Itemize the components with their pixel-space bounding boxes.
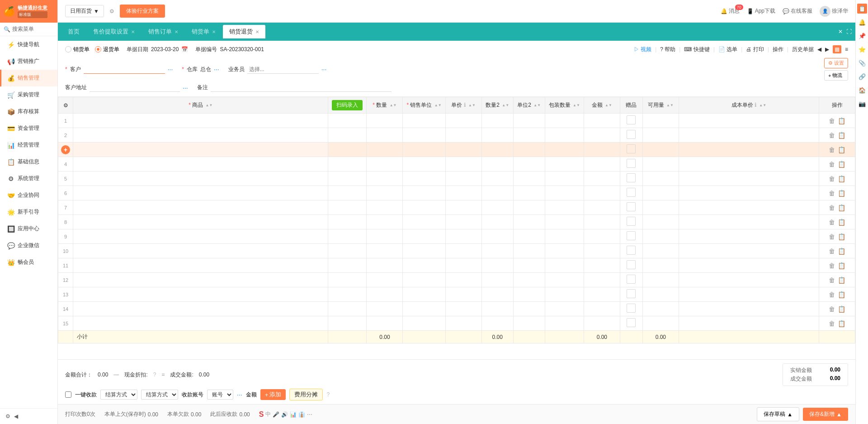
- delete-row-btn[interactable]: 🗑: [829, 204, 835, 211]
- copy-row-btn[interactable]: 📋: [838, 305, 845, 313]
- account-select[interactable]: 账号: [207, 390, 233, 400]
- account-dots-btn[interactable]: ···: [237, 391, 242, 398]
- sidebar-item-finance[interactable]: 💳 资金管理: [0, 120, 57, 137]
- toolbar-mic-icon[interactable]: 🎤: [273, 411, 279, 418]
- notification-button[interactable]: 🔔 消息 70: [721, 7, 740, 15]
- tab-sales-close[interactable]: ✕: [212, 29, 216, 34]
- online-service-button[interactable]: 💬 在线客服: [783, 7, 812, 15]
- search-menu[interactable]: 🔍 搜索菜单: [0, 23, 57, 36]
- sort-qty[interactable]: ▲▼: [390, 104, 397, 107]
- toolbar-more-icon[interactable]: ⋯: [307, 411, 312, 418]
- avail-cell[interactable]: [642, 114, 679, 128]
- tab-return[interactable]: 销货退货 ✕: [223, 25, 265, 38]
- sort-amount[interactable]: ▲▼: [605, 104, 612, 107]
- copy-row-btn[interactable]: 📋: [838, 117, 845, 124]
- salesperson-input[interactable]: [247, 65, 319, 74]
- logistics-side-btn[interactable]: + 物流: [824, 70, 848, 81]
- copy-row-btn[interactable]: 📋: [838, 233, 845, 240]
- next-btn[interactable]: ▶: [825, 46, 829, 52]
- tab-sales-order[interactable]: 销售订单 ✕: [142, 25, 184, 38]
- amount-cell[interactable]: [584, 114, 620, 128]
- sort-available[interactable]: ▲▼: [666, 104, 674, 107]
- sort-price[interactable]: ▲▼: [468, 104, 476, 107]
- customer-input[interactable]: [84, 65, 165, 74]
- fee-split-button[interactable]: 费用分摊: [289, 389, 323, 400]
- sidebar-item-purchase[interactable]: 🛒 采购管理: [0, 86, 57, 103]
- right-tool-camera[interactable]: 📷: [857, 99, 867, 109]
- cost-cell[interactable]: [679, 114, 819, 128]
- delete-row-btn[interactable]: 🗑: [829, 190, 835, 197]
- price-cell[interactable]: [445, 114, 481, 128]
- delete-row-btn[interactable]: 🗑: [829, 132, 835, 139]
- delete-row-btn[interactable]: 🗑: [829, 291, 835, 298]
- delete-row-btn[interactable]: 🗑: [829, 161, 835, 168]
- sidebar-item-apps[interactable]: 🔲 应用中心: [0, 220, 57, 237]
- gift-checkbox[interactable]: [627, 188, 636, 197]
- product-input[interactable]: [76, 146, 325, 153]
- gift-checkbox[interactable]: [627, 217, 636, 226]
- prev-btn[interactable]: ◀: [817, 46, 821, 52]
- delete-row-btn[interactable]: 🗑: [829, 248, 835, 255]
- sidebar-item-inventory[interactable]: 📦 库存核算: [0, 103, 57, 120]
- calendar-icon[interactable]: 📅: [181, 46, 188, 52]
- add-button[interactable]: + 添加: [260, 389, 286, 400]
- tab-price-setting[interactable]: 售价提取设置 ✕: [87, 25, 141, 38]
- copy-row-btn[interactable]: 📋: [838, 219, 845, 226]
- toolbar-shirt-icon[interactable]: 👔: [298, 411, 305, 418]
- copy-row-btn[interactable]: 📋: [838, 204, 845, 211]
- radio-return[interactable]: 退货单: [95, 46, 119, 53]
- tab-sales-order-close[interactable]: ✕: [175, 29, 178, 34]
- col-barcode-scan[interactable]: 扫码录入: [328, 97, 367, 114]
- fee-help-icon[interactable]: ?: [326, 391, 330, 398]
- app-download-button[interactable]: 📱 App下载: [747, 7, 775, 15]
- gift-checkbox[interactable]: [627, 289, 636, 298]
- copy-row-btn[interactable]: 📋: [838, 190, 845, 197]
- grid-view-btn[interactable]: ▦: [833, 45, 841, 53]
- sidebar-item-basic[interactable]: 📋 基础信息: [0, 153, 57, 170]
- salesperson-dots-btn[interactable]: ···: [321, 66, 327, 73]
- one-key-receipt-checkbox[interactable]: [65, 391, 71, 398]
- copy-row-btn[interactable]: 📋: [838, 248, 845, 255]
- gift-checkbox[interactable]: [627, 318, 636, 327]
- settlement-method-select[interactable]: 结算方式: [100, 390, 137, 400]
- history-action[interactable]: 历史单据: [792, 46, 814, 53]
- video-action[interactable]: ▷ 视频: [634, 46, 651, 53]
- sidebar-item-marketing[interactable]: 📢 营销推广: [0, 53, 57, 70]
- gift-cell[interactable]: [620, 114, 642, 128]
- delete-row-btn[interactable]: 🗑: [829, 320, 835, 327]
- barcode-scan-button[interactable]: 扫码录入: [332, 100, 363, 110]
- qty-cell[interactable]: [367, 114, 403, 128]
- right-tool-clip[interactable]: 📎: [857, 58, 867, 68]
- gift-checkbox[interactable]: [627, 304, 636, 313]
- list-view-btn[interactable]: ≡: [845, 46, 848, 52]
- maximize-icon[interactable]: ⛶: [846, 29, 852, 35]
- sidebar-item-sales[interactable]: 💰 销售管理: [0, 70, 57, 86]
- right-tool-home[interactable]: 🏠: [857, 85, 867, 95]
- help-action[interactable]: ? 帮助: [660, 46, 675, 53]
- copy-row-btn[interactable]: 📋: [838, 146, 845, 153]
- gift-checkbox[interactable]: [627, 159, 636, 168]
- delete-row-btn[interactable]: 🗑: [829, 117, 835, 124]
- gift-checkbox[interactable]: [627, 173, 636, 182]
- pkg-cell[interactable]: [545, 114, 584, 128]
- sort-product[interactable]: ▲▼: [205, 104, 212, 107]
- copy-row-btn[interactable]: 📋: [838, 276, 845, 284]
- cost-info-icon[interactable]: ℹ: [755, 102, 757, 108]
- address-dots-btn[interactable]: ···: [183, 84, 188, 91]
- settings-side-btn[interactable]: ⚙ 设置: [824, 58, 848, 68]
- qty2-cell[interactable]: [481, 114, 513, 128]
- delete-row-btn[interactable]: 🗑: [829, 233, 835, 240]
- add-row-cell[interactable]: +: [58, 143, 73, 157]
- minus-button[interactable]: —: [113, 372, 119, 378]
- right-tool-pin[interactable]: 📌: [857, 31, 867, 41]
- copy-row-btn[interactable]: 📋: [838, 161, 845, 168]
- right-tool-notification[interactable]: 🔔: [857, 17, 867, 27]
- warehouse-dots-btn[interactable]: ···: [214, 66, 219, 73]
- gift-checkbox[interactable]: [627, 260, 636, 269]
- delete-row-btn[interactable]: 🗑: [829, 262, 835, 269]
- price-info-icon[interactable]: ℹ: [464, 102, 466, 108]
- sidebar-footer[interactable]: ⚙ ◀: [0, 408, 57, 424]
- user-profile[interactable]: 👤 徐泽华: [820, 6, 848, 17]
- save-draft-button[interactable]: 保存草稿 ▲: [757, 407, 799, 421]
- save-new-button[interactable]: 保存&新增 ▲: [803, 408, 848, 421]
